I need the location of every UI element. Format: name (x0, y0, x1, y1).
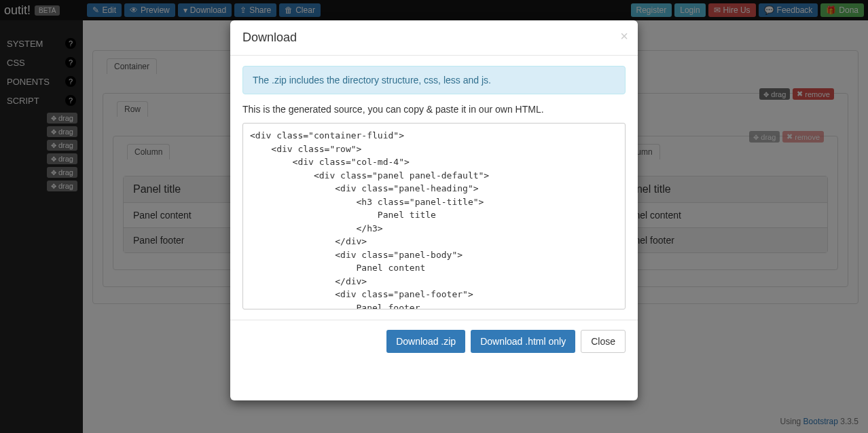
generated-source[interactable]: <div class="container-fluid"> <div class… (242, 123, 626, 309)
download-modal: Download × The .zip includes the directo… (230, 20, 638, 400)
modal-desc: This is the generated source, you can co… (242, 104, 626, 115)
modal-body: The .zip includes the directory structur… (230, 56, 638, 320)
info-alert: The .zip includes the directory structur… (242, 66, 626, 94)
close-button[interactable]: Close (581, 330, 626, 353)
modal-footer: Download .zip Download .html only Close (230, 320, 638, 362)
close-icon: × (620, 29, 628, 43)
modal-header: Download × (230, 20, 638, 56)
download-zip-button[interactable]: Download .zip (386, 330, 465, 353)
modal-close-button[interactable]: × (620, 29, 628, 44)
modal-title: Download (242, 31, 626, 45)
modal-overlay[interactable]: Download × The .zip includes the directo… (0, 0, 868, 433)
download-html-button[interactable]: Download .html only (471, 330, 575, 353)
